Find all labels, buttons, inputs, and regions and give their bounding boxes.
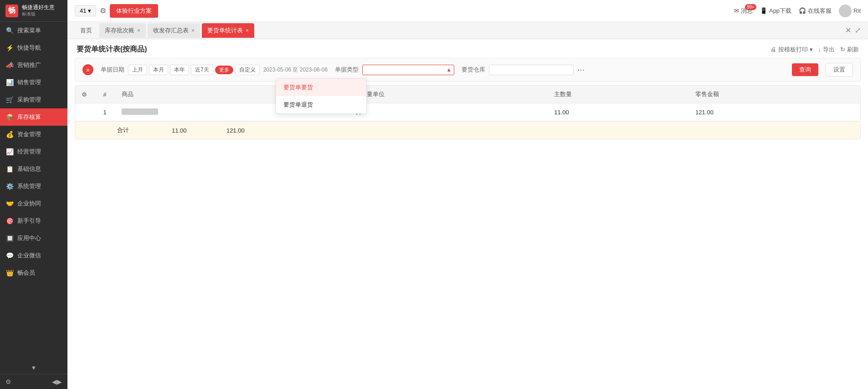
collapse-icon[interactable]: ◀▶ <box>52 378 62 385</box>
nav-icon-wechat: 💬 <box>5 251 14 260</box>
sidebar-item-sales[interactable]: 📊销售管理 <box>0 74 67 91</box>
row-amount-0: 121.00 <box>690 103 860 121</box>
sidebar-item-appstore[interactable]: 🔲应用中心 <box>0 230 67 247</box>
col-unit-header: 主计量单位 <box>349 86 549 103</box>
dropdown-item-return[interactable]: 要货单退货 <box>276 96 366 113</box>
row-num-0: 1 <box>93 103 116 121</box>
export-label: 导出 <box>823 46 835 54</box>
summary-tab-label: 收发存汇总表 <box>153 26 189 35</box>
type-select-input[interactable] <box>362 65 454 75</box>
print-button[interactable]: 🖨 按模板打印 ▾ <box>770 46 813 54</box>
query-button[interactable]: 查询 <box>792 63 818 76</box>
table-header-row: ⚙ # 商品 主计量单位 主数量 零售金额 <box>75 86 860 103</box>
date-range-display: 2023-05-06 至 2023-06-06 <box>263 66 328 74</box>
nav-icon-basic: 📋 <box>5 165 14 173</box>
export-button[interactable]: ↓ 导出 <box>818 46 835 54</box>
tab-home[interactable]: 首页 <box>75 23 98 38</box>
settings-icon[interactable]: ⚙ <box>5 378 11 385</box>
data-table-container: ⚙ # 商品 主计量单位 主数量 零售金额 1 块 11.00 121.00 <box>75 85 861 122</box>
app-icon: 📱 <box>760 7 767 14</box>
nav-icon-marketing: 📣 <box>5 61 14 69</box>
sidebar-item-enterprise[interactable]: 🤝企业协同 <box>0 195 67 212</box>
sidebar-item-basic[interactable]: 📋基础信息 <box>0 160 67 178</box>
batch-tab-label: 库存批次账 <box>105 26 134 35</box>
tab-summary[interactable]: 收发存汇总表 × <box>148 23 200 38</box>
type-select-wrapper: ▲ <box>362 65 454 75</box>
topbar-left: 41 ▾ ⚙ 体验行业方案 <box>75 4 729 18</box>
sidebar-item-guide[interactable]: 🎯新手引导 <box>0 212 67 230</box>
this-month-btn[interactable]: 本月 <box>149 65 168 75</box>
sidebar-item-operation[interactable]: 📈经营管理 <box>0 143 67 160</box>
table-footer: 合计 11.00 121.00 <box>75 122 861 139</box>
tab-batch[interactable]: 库存批次账 × <box>99 23 146 38</box>
sidebar-item-member[interactable]: 👑畅会员 <box>0 264 67 282</box>
footer-label: 合计 <box>81 126 172 134</box>
last-7days-btn[interactable]: 近7天 <box>191 65 213 75</box>
topbar-settings-icon[interactable]: ⚙ <box>100 6 106 15</box>
dropdown-item-order[interactable]: 要货单要货 <box>276 79 366 96</box>
tab-order-stat[interactable]: 要货单统计表 × <box>202 23 254 38</box>
filter-expand-button[interactable]: » <box>82 64 93 75</box>
app-label: App下载 <box>769 7 791 15</box>
tabbar-actions: ✕ ⤢ <box>845 26 861 35</box>
print-icon: 🖨 <box>770 46 776 53</box>
nav-label-marketing: 营销推广 <box>17 61 41 69</box>
nav-label-shortcut: 快捷导航 <box>17 44 41 52</box>
sidebar-scroll-down[interactable]: ▼ <box>0 362 67 374</box>
sidebar-item-inventory[interactable]: 📦库存核算 <box>0 108 67 126</box>
sidebar-item-system[interactable]: ⚙️系统管理 <box>0 178 67 195</box>
sidebar-item-wechat[interactable]: 💬企业微信 <box>0 247 67 264</box>
warehouse-more-icon[interactable]: ⋯ <box>577 66 585 74</box>
user-avatar[interactable]: Rit <box>839 5 861 17</box>
nav-label-purchase: 采购管理 <box>17 96 41 104</box>
sidebar-item-marketing[interactable]: 📣营销推广 <box>0 56 67 74</box>
refresh-button[interactable]: ↻ 刷新 <box>840 46 859 54</box>
nav-icon-member: 👑 <box>5 269 14 277</box>
row-quantity-0: 11.00 <box>549 103 690 121</box>
store-selector[interactable]: 41 ▾ <box>75 5 96 16</box>
date-buttons: 上月 本月 本年 近7天 更多 自定义 <box>128 65 260 75</box>
nav-label-sales: 销售管理 <box>17 78 41 87</box>
custom-date-btn[interactable]: 自定义 <box>235 65 260 75</box>
message-icon: ✉ <box>734 7 739 14</box>
footer-quantity: 11.00 <box>172 127 226 134</box>
setting-button[interactable]: 设置 <box>826 63 853 77</box>
main-content: 41 ▾ ⚙ 体验行业方案 ✉ 消息 99+ 📱 App下载 🎧 在线客服 R <box>67 0 868 389</box>
message-action[interactable]: ✉ 消息 99+ <box>734 7 753 15</box>
nav-label-system: 系统管理 <box>17 182 41 190</box>
app-download-action[interactable]: 📱 App下载 <box>760 7 791 15</box>
data-table: ⚙ # 商品 主计量单位 主数量 零售金额 1 块 11.00 121.00 <box>75 86 860 121</box>
sidebar-footer: ⚙ ◀▶ <box>0 374 67 389</box>
expand-tabs-icon[interactable]: ⤢ <box>855 26 861 35</box>
date-filter-group: 单据日期 上月 本月 本年 近7天 更多 自定义 2023-05-06 至 20… <box>101 65 328 75</box>
this-year-btn[interactable]: 本年 <box>170 65 189 75</box>
settings-icon[interactable]: ⚙ <box>82 91 87 98</box>
nav-label-finance: 资金管理 <box>17 130 41 138</box>
close-all-icon[interactable]: ✕ <box>845 26 851 35</box>
footer-amount: 121.00 <box>226 127 281 134</box>
sidebar-item-search[interactable]: 🔍搜索菜单 <box>0 22 67 39</box>
nav-label-member: 畅会员 <box>17 269 35 277</box>
nav-icon-enterprise: 🤝 <box>5 200 14 208</box>
sidebar-item-purchase[interactable]: 🛒采购管理 <box>0 91 67 108</box>
more-dates-btn[interactable]: 更多 <box>215 66 233 74</box>
col-quantity-header: 主数量 <box>549 86 690 103</box>
col-num-header: # <box>93 86 116 103</box>
nav-label-enterprise: 企业协同 <box>17 200 41 208</box>
export-icon: ↓ <box>818 46 822 53</box>
page-title: 要货单统计表(按商品) <box>77 45 147 54</box>
page-header: 要货单统计表(按商品) 🖨 按模板打印 ▾ ↓ 导出 ↻ 刷新 <box>67 39 868 58</box>
batch-tab-close[interactable]: × <box>137 27 140 34</box>
date-filter-label: 单据日期 <box>101 66 124 74</box>
sidebar-item-finance[interactable]: 💰资金管理 <box>0 126 67 143</box>
last-month-btn[interactable]: 上月 <box>128 65 147 75</box>
sidebar-nav: 🔍搜索菜单⚡快捷导航📣营销推广📊销售管理🛒采购管理📦库存核算💰资金管理📈经营管理… <box>0 22 67 362</box>
sidebar-item-shortcut[interactable]: ⚡快捷导航 <box>0 39 67 56</box>
service-action[interactable]: 🎧 在线客服 <box>799 7 832 15</box>
trial-button[interactable]: 体验行业方案 <box>110 4 158 18</box>
nav-icon-purchase: 🛒 <box>5 96 14 104</box>
nav-icon-search: 🔍 <box>5 26 14 35</box>
warehouse-input[interactable] <box>489 65 574 75</box>
summary-tab-close[interactable]: × <box>191 27 195 34</box>
order-stat-tab-close[interactable]: × <box>246 27 249 34</box>
